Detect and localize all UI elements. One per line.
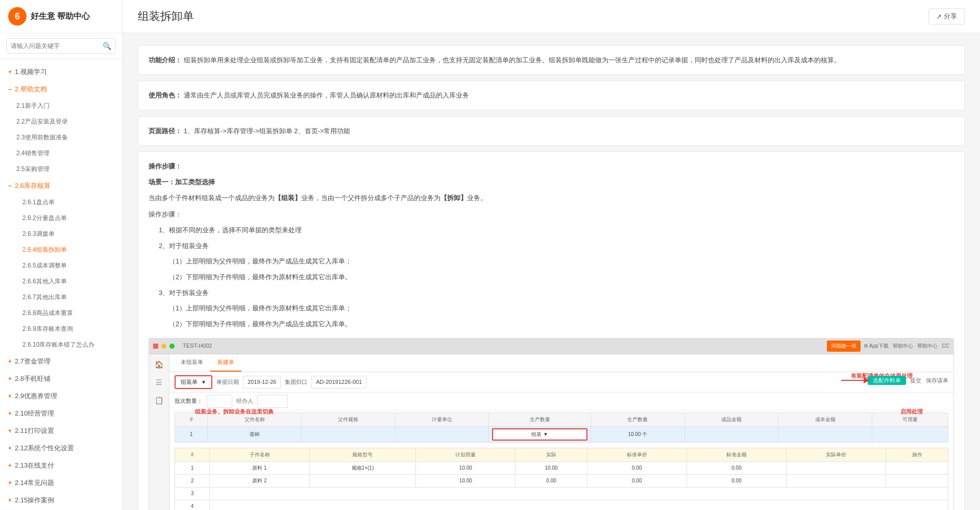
sim-arrow-bom — [841, 376, 872, 384]
minus-icon: − — [8, 86, 12, 93]
annotation-switch: 组装业务、拆卸业务在这里切换 — [195, 407, 274, 417]
sidebar-item-finance[interactable]: + 2.7资金管理 — [0, 353, 122, 370]
sim-brow2-actual: 0.00 — [516, 475, 587, 488]
sidebar-item-stockerr[interactable]: 2.6.10库存账本错了怎么办 — [0, 337, 122, 353]
sim-bcol-std-price: 标准单价 — [587, 448, 687, 462]
sidebar-item-ops[interactable]: + 2.10经营管理 — [0, 405, 122, 422]
sim-upper-table-area: # 父件名称 父件规格 计量单位 生产数量 生产数量 成品金额 成本金额 可用量 — [169, 410, 953, 443]
search-button[interactable]: 🔍 — [99, 39, 115, 53]
sim-type-caret: ▼ — [201, 379, 206, 385]
table-row: 1 原料 1 规格1+(1) 10.00 10.00 0.00 0.00 — [175, 462, 948, 475]
share-button[interactable]: ↗ 分享 — [928, 8, 965, 25]
sim-tab-new[interactable]: 新建单 — [210, 354, 241, 372]
sim-bom-select-btn[interactable]: 选配件料单 — [868, 376, 906, 385]
sim-no-label: 集团归口 — [285, 377, 307, 387]
sidebar-item-stockquery[interactable]: 2.6.9库存账本查询 — [0, 321, 122, 337]
sidebar-item-print-label: 2.11打印设置 — [15, 426, 54, 435]
sim-brow-spec: 规格1+(1) — [309, 462, 416, 475]
sidebar-item-video[interactable]: + 1.视频学习 — [0, 63, 122, 81]
sim-type-selector[interactable]: 组装单 ▼ — [175, 375, 212, 390]
sim-tabs-row: 未组装单 新建单 — [169, 354, 953, 372]
step2: 2、对于组装业务 — [149, 240, 954, 253]
sidebar-item-otherin[interactable]: 2.6.6其他入库单 — [0, 274, 122, 289]
sim-date-val[interactable]: 2019-12-26 — [243, 376, 281, 389]
main-content: 组装拆卸单 ↗ 分享 功能介绍： 组装拆卸单用来处理企业组装或拆卸等加工业务，支… — [122, 0, 980, 510]
sidebar-item-inventory[interactable]: − 2.6库存核算 — [0, 177, 122, 195]
table-row: 4 — [175, 500, 948, 510]
sidebar-item-coupon[interactable]: + 2.9优惠券管理 — [0, 387, 122, 405]
sim-dept-val[interactable] — [257, 395, 288, 408]
plus-icon: + — [8, 68, 12, 76]
sim-cell-unit2: 10.00 个 — [591, 427, 685, 443]
plus-icon-mobile: + — [8, 375, 12, 382]
sim-action-btns: 提交 保存该单 — [910, 377, 948, 383]
sidebar-item-install[interactable]: 2.2产品安装及登录 — [0, 114, 122, 130]
sidebar-item-custom[interactable]: + 2.12系统个性化设置 — [0, 440, 122, 457]
sidebar-item-costrecalc[interactable]: 2.6.8商品成本重算 — [0, 305, 122, 321]
sidebar-item-otherout[interactable]: 2.6.7其他出库单 — [0, 289, 122, 305]
topbar-btn[interactable]: 同期建一张 — [827, 341, 861, 352]
sim-r4-empty — [210, 500, 948, 510]
sidebar-item-docs[interactable]: − 2.帮助文档 — [0, 81, 122, 98]
plus-icon-finance: + — [8, 358, 12, 365]
role-block: 使用角色： 通常由生产人员或库管人员完成拆装业务的操作，库管人员确认原材料的出库… — [138, 81, 965, 110]
sidebar-item-print[interactable]: + 2.11打印设置 — [0, 422, 122, 440]
sim-brow-actual: 10.00 — [516, 462, 587, 475]
sim-brow2-name: 原料 2 — [210, 475, 309, 488]
sim-qty-input[interactable] — [207, 395, 232, 408]
intro-block: 功能介绍： 组装拆卸单用来处理企业组装或拆卸等加工业务，支持有固定装配清单的产品… — [138, 45, 965, 75]
screenshot-container: TEST-H002 同期建一张 ⚙ App下载 帮助中心 帮助中心 CC 🏠 ☰… — [149, 338, 954, 510]
sidebar-item-assembly[interactable]: 2.6.4组装拆卸单 — [0, 242, 122, 258]
sim-type-dropdown[interactable]: 组装 ▼ — [492, 428, 587, 441]
sidebar-item-finance-label: 2.7资金管理 — [15, 357, 51, 366]
sidebar-item-faq-label: 2.14常见问题 — [15, 478, 54, 488]
sidebar-item-stocktake[interactable]: 2.6.1盘点单 — [0, 195, 122, 210]
sidebar-item-partition[interactable]: 2.6.2分量盘点单 — [0, 210, 122, 226]
sim-cell-amt2 — [778, 427, 872, 443]
sidebar-item-cases[interactable]: + 2.15操作案例 — [0, 492, 122, 509]
sim-bcol-name: 子件名称 — [210, 448, 309, 462]
role-label: 使用角色： — [149, 91, 182, 99]
plus-icon-custom: + — [8, 445, 12, 452]
search-area: 🔍 — [0, 33, 122, 59]
sim-dept-label: 经办人 — [236, 396, 253, 406]
search-input[interactable] — [7, 39, 99, 53]
sim-cell-name: 茶杯 — [208, 427, 302, 443]
sidebar-item-adjust[interactable]: 2.6.3调拨单 — [0, 226, 122, 242]
steps-label: 操作步骤： — [149, 162, 182, 170]
sim-date-label: 单据日期 — [216, 377, 239, 387]
logo-area: 6 好生意 帮助中心 — [0, 0, 122, 33]
sidebar-item-video-label: 1.视频学习 — [15, 67, 47, 77]
sim-col-parent-spec: 父件规格 — [301, 413, 395, 427]
window-close-btn — [153, 344, 158, 349]
window-max-btn — [169, 344, 175, 349]
sim-brow-no: 1 — [175, 462, 210, 475]
sim-no-val[interactable]: AD-20191226-001 — [311, 376, 366, 389]
sidebar-item-costadj[interactable]: 2.6.5成本调整单 — [0, 258, 122, 274]
sim-cell-avail — [872, 427, 948, 443]
sim-r4-no: 4 — [175, 500, 210, 510]
sim-tab-list[interactable]: 未组装单 — [174, 354, 210, 372]
sidebar-item-newcomer[interactable]: 2.1新手入门 — [0, 98, 122, 114]
sim-bcol-plan: 计划用量 — [416, 448, 516, 462]
sidebar-item-payment[interactable]: + 2.13在线支付 — [0, 457, 122, 474]
sidebar-item-custom-label: 2.12系统个性化设置 — [15, 444, 74, 453]
sim-bcol-hash: # — [175, 448, 210, 462]
sim-left-nav: 🏠 ☰ 📋 — [149, 354, 169, 510]
sidebar-item-mobile[interactable]: + 2.8手机旺铺 — [0, 370, 122, 387]
sim-brow2-op — [886, 475, 948, 488]
sidebar-item-data[interactable]: 2.3使用前数据准备 — [0, 130, 122, 145]
sidebar-item-faq[interactable]: + 2.14常见问题 — [0, 474, 122, 492]
sidebar-item-ops-label: 2.10经营管理 — [15, 409, 54, 418]
path-text: 1、库存核算->库存管理->组装拆卸单 2、首页->常用功能 — [184, 127, 351, 135]
sim-brow-name: 原料 1 — [210, 462, 309, 475]
plus-icon-coupon: + — [8, 393, 12, 400]
sim-bcol-ops: 操作 — [886, 448, 948, 462]
logo-icon: 6 — [8, 7, 27, 26]
sidebar-item-mobile-label: 2.8手机旺铺 — [15, 374, 51, 383]
sidebar-item-purchase[interactable]: 2.5采购管理 — [0, 161, 122, 177]
step3: 3、对于拆装业务 — [149, 287, 954, 300]
sim-cell-spec — [301, 427, 395, 443]
sidebar-item-sales[interactable]: 2.4销售管理 — [0, 145, 122, 161]
sim-upper-table: # 父件名称 父件规格 计量单位 生产数量 生产数量 成品金额 成本金额 可用量 — [175, 412, 948, 443]
